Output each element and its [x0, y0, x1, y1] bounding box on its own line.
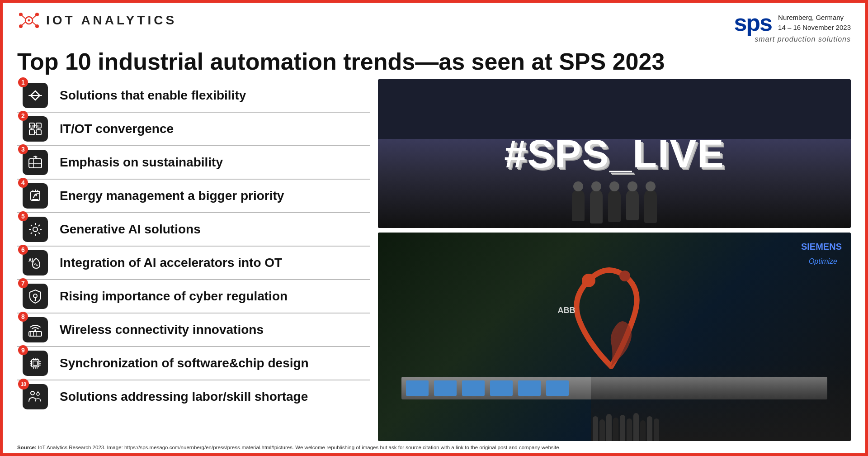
- trend-item-5: 5: [17, 213, 370, 247]
- svg-line-35: [38, 233, 40, 234]
- sps-location: Nuremberg, Germany: [778, 13, 851, 23]
- genai-icon: [27, 221, 43, 238]
- wireless-icon: [27, 322, 43, 338]
- crowd-p3: [606, 414, 612, 441]
- svg-rect-14: [36, 130, 41, 135]
- svg-line-2: [22, 15, 25, 19]
- trend-2-icon-box: OT IT: [23, 116, 48, 142]
- trend-7-icon-wrap: 7: [17, 280, 53, 313]
- crowd-p6: [627, 418, 632, 441]
- svg-point-47: [34, 329, 36, 331]
- svg-point-9: [35, 24, 39, 28]
- svg-point-67: [619, 271, 630, 281]
- item-6: [546, 380, 569, 396]
- crowd-p4: [613, 418, 618, 441]
- images-section: #SPS_LIVE: [378, 79, 851, 441]
- svg-line-4: [22, 22, 25, 25]
- svg-point-7: [35, 13, 39, 16]
- factory-photo: SIEMENS Optimize ABB: [378, 233, 851, 441]
- item-1: [406, 380, 429, 396]
- svg-point-29: [33, 227, 38, 232]
- trend-6-icon-wrap: 6 AI: [17, 247, 53, 279]
- trend-2-icon-wrap: 2 OT IT: [17, 113, 53, 145]
- trend-2-label: IT/OT convergence: [53, 122, 174, 136]
- trend-4-icon-box: [23, 183, 48, 209]
- trend-6-label: Integration of AI accelerators into OT: [53, 256, 282, 270]
- trend-item-1: 1 Solutions that enable flexibility: [17, 79, 370, 113]
- item-2: [434, 380, 457, 396]
- svg-rect-13: [29, 130, 34, 135]
- content-area: 1 Solutions that enable flexibility 2: [3, 79, 865, 441]
- svg-line-37: [31, 233, 32, 234]
- trend-5-label: Generative AI solutions: [53, 222, 201, 237]
- person-2: [590, 190, 603, 223]
- trend-5-icon-wrap: 5: [17, 213, 53, 246]
- crowd-area: [591, 362, 851, 441]
- item-4: [490, 380, 513, 396]
- svg-rect-49: [33, 361, 38, 366]
- trend-3-icon-box: [23, 150, 48, 175]
- crowd-p9: [647, 416, 652, 441]
- trend-7-icon-box: [23, 284, 48, 309]
- svg-point-42: [35, 300, 36, 301]
- trend-list: 1 Solutions that enable flexibility 2: [17, 79, 370, 441]
- crowd-p5: [620, 415, 625, 441]
- trend-4-icon-wrap: 4: [17, 180, 53, 212]
- person-1: [572, 190, 585, 221]
- trend-9-icon-wrap: 9: [17, 347, 53, 380]
- chip-icon: [27, 355, 43, 371]
- trend-item-9: 9: [17, 347, 370, 380]
- trend-10-label: Solutions addressing labor/skill shortag…: [53, 390, 308, 404]
- trend-8-icon-box: [23, 317, 48, 342]
- optimize-text: Optimize: [809, 257, 837, 266]
- svg-line-36: [38, 225, 40, 226]
- trend-3-label: Emphasis on sustainability: [53, 155, 223, 170]
- crowd-silhouettes: [591, 362, 851, 441]
- trend-9-icon-box: [23, 351, 48, 376]
- abb-logo: ABB: [557, 306, 575, 315]
- flexibility-icon: [27, 87, 43, 104]
- ai-ot-icon: AI: [27, 255, 43, 271]
- page-container: IOT ANALYTICS sps Nuremberg, Germany 14 …: [0, 0, 868, 456]
- footer-note: Source: IoT Analytics Research 2023. Ima…: [3, 441, 865, 455]
- svg-point-6: [19, 13, 23, 16]
- logo-area: IOT ANALYTICS: [17, 11, 177, 30]
- itot-icon: OT IT: [27, 121, 43, 137]
- main-title: Top 10 industrial automation trends—as s…: [3, 47, 865, 79]
- iot-analytics-logo-icon: [17, 11, 41, 30]
- crowd-p7: [633, 413, 639, 441]
- trend-item-10: 10 Solutions addressing labor/skill shor…: [17, 380, 370, 413]
- trend-item-6: 6 AI Integration of AI accelerators into…: [17, 247, 370, 280]
- sps-live-photo: #SPS_LIVE: [378, 79, 851, 228]
- people-group: [572, 190, 657, 223]
- person-5: [644, 190, 657, 223]
- trend-10-number: 10: [18, 379, 29, 390]
- trend-10-icon-wrap: 10: [17, 380, 53, 413]
- trend-1-icon-wrap: 1: [17, 79, 53, 112]
- person-4: [626, 190, 639, 220]
- photo-bottom-bg: SIEMENS Optimize ABB: [378, 233, 851, 441]
- crowd-p2: [599, 419, 605, 441]
- source-label: Source:: [17, 445, 37, 450]
- trend-item-3: 3 Emphasis on sustainability: [17, 146, 370, 180]
- trend-1-label: Solutions that enable flexibility: [53, 88, 246, 103]
- hashtag-display: #SPS_LIVE: [504, 131, 725, 177]
- svg-line-5: [33, 22, 36, 25]
- trend-3-icon-wrap: 3: [17, 146, 53, 179]
- cyber-icon: [27, 288, 43, 304]
- labor-icon: [27, 389, 43, 405]
- sps-tagline: smart production solutions: [755, 35, 851, 43]
- svg-point-40: [33, 294, 37, 298]
- sps-details: Nuremberg, Germany 14 – 16 November 2023: [778, 13, 851, 33]
- person-3: [608, 190, 621, 222]
- trend-4-label: Energy management a bigger priority: [53, 189, 284, 203]
- item-5: [518, 380, 541, 396]
- header: IOT ANALYTICS sps Nuremberg, Germany 14 …: [3, 3, 865, 47]
- siemens-brand: SIEMENS: [801, 242, 842, 252]
- trend-item-7: 7 Rising importance of cyber regulation: [17, 280, 370, 314]
- svg-text:OT: OT: [30, 124, 35, 128]
- logo-text: IOT ANALYTICS: [46, 13, 177, 28]
- svg-text:IT: IT: [37, 124, 40, 128]
- trend-9-label: Synchronization of software&chip design: [53, 356, 309, 370]
- svg-text:AI: AI: [28, 258, 33, 263]
